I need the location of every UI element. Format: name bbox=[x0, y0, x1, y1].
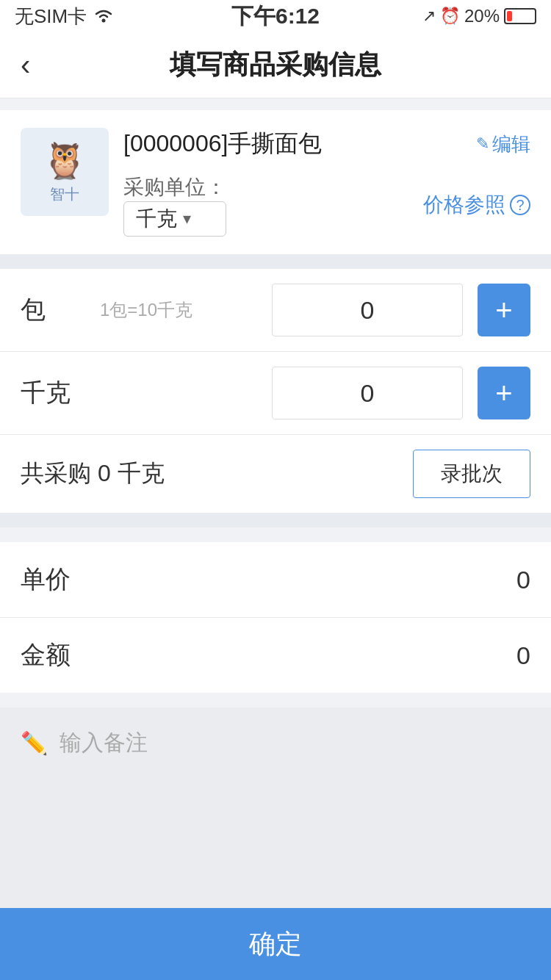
status-bar: 无SIM卡 下午6:12 ↗ ⏰ 20% bbox=[0, 0, 551, 32]
product-name-row: [0000006]手撕面包 ✎ 编辑 bbox=[123, 128, 530, 160]
product-info: [0000006]手撕面包 ✎ 编辑 采购单位： 千克 ▾ 价格参照 ? bbox=[123, 128, 530, 237]
location-icon: ↗ bbox=[422, 7, 436, 26]
remark-section[interactable]: ✏️ 输入备注 bbox=[0, 707, 551, 779]
price-section: 单价 0 金额 0 bbox=[0, 542, 551, 693]
kg-plus-button[interactable]: + bbox=[478, 367, 530, 419]
kg-input[interactable]: 0 bbox=[272, 367, 463, 419]
unit-price-value: 0 bbox=[516, 566, 530, 594]
kg-input-row: 千克 0 + bbox=[0, 352, 551, 435]
battery-pct: 20% bbox=[464, 6, 500, 26]
alarm-icon: ⏰ bbox=[440, 7, 460, 26]
bag-plus-button[interactable]: + bbox=[478, 284, 530, 336]
input-section: 包 1包=10千克 0 + 千克 0 + bbox=[0, 269, 551, 435]
back-button[interactable]: ‹ bbox=[21, 48, 30, 82]
product-owl-icon: 🦉 bbox=[43, 140, 87, 181]
amount-value: 0 bbox=[516, 641, 530, 670]
product-unit-row: 采购单位： 千克 ▾ 价格参照 ? bbox=[123, 173, 530, 237]
bag-sublabel: 1包=10千克 bbox=[100, 298, 192, 322]
unit-label: 采购单位： 千克 ▾ bbox=[123, 173, 226, 237]
batch-button[interactable]: 录批次 bbox=[413, 450, 530, 498]
signal-text: 无SIM卡 bbox=[15, 4, 87, 29]
unit-price-row: 单价 0 bbox=[0, 542, 551, 618]
confirm-button[interactable]: 确定 bbox=[0, 908, 551, 980]
product-thumb-label: 智十 bbox=[50, 184, 79, 204]
wifi-icon bbox=[93, 5, 115, 28]
edit-label: 编辑 bbox=[492, 131, 530, 157]
info-icon: ? bbox=[510, 195, 530, 215]
status-right: ↗ ⏰ 20% bbox=[422, 6, 536, 26]
divider-2 bbox=[0, 513, 551, 527]
unit-price-label: 单价 bbox=[21, 563, 71, 597]
svg-point-0 bbox=[102, 18, 106, 22]
amount-row: 金额 0 bbox=[0, 618, 551, 693]
unit-select[interactable]: 千克 ▾ bbox=[123, 201, 226, 237]
divider-1 bbox=[0, 254, 551, 269]
nav-bar: ‹ 填写商品采购信息 bbox=[0, 32, 551, 98]
page-title: 填写商品采购信息 bbox=[170, 47, 381, 83]
unit-value: 千克 bbox=[136, 205, 177, 233]
bag-label: 包 bbox=[21, 293, 79, 327]
product-card: 🦉 智十 [0000006]手撕面包 ✎ 编辑 采购单位： 千克 ▾ 价格参照 … bbox=[0, 110, 551, 254]
status-left: 无SIM卡 bbox=[15, 4, 115, 29]
amount-label: 金额 bbox=[21, 638, 71, 672]
price-ref-button[interactable]: 价格参照 ? bbox=[423, 191, 530, 219]
bag-input[interactable]: 0 bbox=[272, 284, 463, 336]
product-thumbnail: 🦉 智十 bbox=[21, 128, 109, 216]
price-ref-label: 价格参照 bbox=[423, 191, 505, 219]
product-name: [0000006]手撕面包 bbox=[123, 128, 322, 160]
pencil-icon: ✏️ bbox=[21, 730, 48, 756]
status-time: 下午6:12 bbox=[231, 1, 320, 32]
chevron-down-icon: ▾ bbox=[183, 209, 191, 228]
edit-icon: ✎ bbox=[476, 134, 489, 154]
edit-button[interactable]: ✎ 编辑 bbox=[476, 131, 530, 157]
bag-input-row: 包 1包=10千克 0 + bbox=[0, 269, 551, 352]
summary-row: 共采购 0 千克 录批次 bbox=[0, 435, 551, 513]
kg-label: 千克 bbox=[21, 376, 79, 410]
battery-icon bbox=[504, 8, 536, 24]
remark-placeholder: 输入备注 bbox=[60, 728, 148, 758]
summary-text: 共采购 0 千克 bbox=[21, 458, 165, 490]
